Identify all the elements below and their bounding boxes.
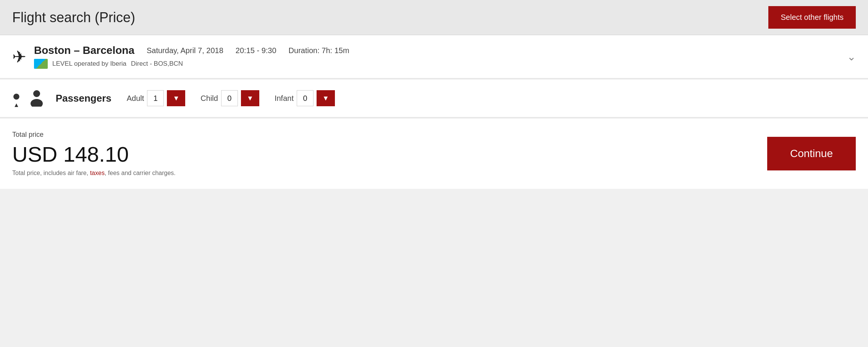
flight-route-row: Boston – Barcelona Saturday, April 7, 20… — [34, 44, 349, 57]
adult-count: 1 — [147, 90, 164, 106]
adult-dropdown-button[interactable]: ▼ — [167, 90, 185, 106]
infant-label: Infant — [275, 94, 294, 103]
person-icon-svg — [30, 90, 44, 107]
price-note-prefix: Total price, includes air fare, — [12, 170, 90, 176]
infant-group: Infant 0 ▼ — [275, 90, 335, 106]
price-left: Total price USD 148.10 Total price, incl… — [12, 131, 176, 177]
flight-expand-chevron[interactable]: ⌄ — [847, 50, 856, 63]
page-header: Flight search (Price) Select other fligh… — [0, 0, 868, 35]
plane-icon: ✈ — [12, 47, 26, 66]
continue-button[interactable]: Continue — [767, 137, 856, 170]
infant-count: 0 — [297, 90, 314, 106]
flight-route: Boston – Barcelona — [34, 44, 134, 57]
total-price-amount: USD 148.10 — [12, 142, 176, 167]
flight-date: Saturday, April 7, 2018 — [147, 46, 223, 55]
child-label: Child — [200, 94, 218, 103]
select-other-flights-button[interactable]: Select other flights — [768, 6, 856, 29]
flight-operator: LEVEL operated by Iberia — [52, 60, 126, 68]
passenger-icon: ● ▲ — [12, 88, 21, 109]
passengers-section: ● ▲ Passengers Adult 1 ▼ Child 0 ▼ Infan… — [0, 79, 868, 118]
adult-group: Adult 1 ▼ — [127, 90, 186, 106]
flight-left-content: ✈ Boston – Barcelona Saturday, April 7, … — [12, 44, 349, 69]
flight-details: Boston – Barcelona Saturday, April 7, 20… — [34, 44, 349, 69]
taxes-link[interactable]: taxes — [90, 170, 105, 176]
level-logo — [34, 59, 48, 69]
svg-point-0 — [33, 90, 40, 97]
price-note-suffix: , fees and carrier charges. — [105, 170, 176, 176]
flight-time: 20:15 - 9:30 — [236, 46, 276, 55]
flight-duration: Duration: 7h: 15m — [289, 46, 349, 55]
price-note: Total price, includes air fare, taxes, f… — [12, 170, 176, 177]
child-count: 0 — [221, 90, 238, 106]
adult-label: Adult — [127, 94, 144, 103]
page-title: Flight search (Price) — [12, 10, 135, 26]
child-dropdown-button[interactable]: ▼ — [241, 90, 259, 106]
passengers-label: Passengers — [56, 92, 112, 104]
child-group: Child 0 ▼ — [200, 90, 259, 106]
flight-operator-row: LEVEL operated by Iberia Direct - BOS,BC… — [34, 59, 349, 69]
total-price-label: Total price — [12, 131, 176, 139]
flight-stops: Direct - BOS,BCN — [131, 60, 183, 68]
infant-dropdown-button[interactable]: ▼ — [317, 90, 335, 106]
svg-point-1 — [31, 99, 43, 107]
flight-info-section: ✈ Boston – Barcelona Saturday, April 7, … — [0, 35, 868, 79]
price-section: Total price USD 148.10 Total price, incl… — [0, 118, 868, 189]
